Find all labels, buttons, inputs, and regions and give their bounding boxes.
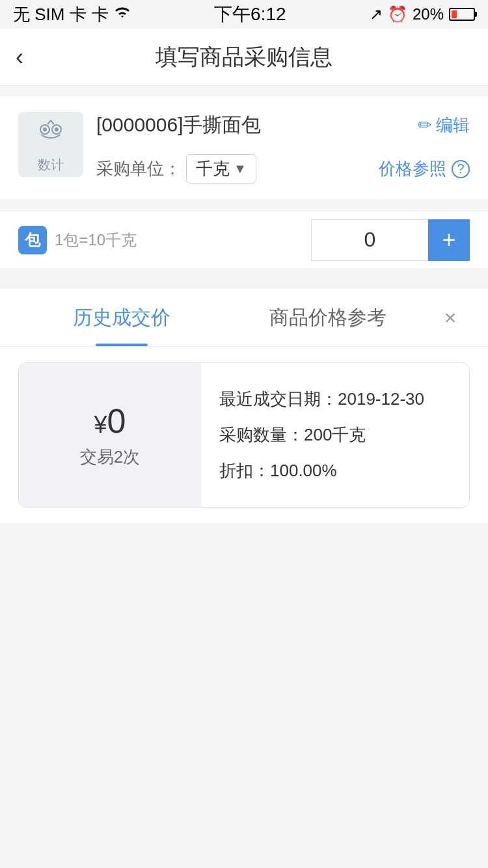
currency-symbol: ¥ <box>94 411 107 438</box>
section-separator-2 <box>0 268 488 278</box>
quantity-input[interactable] <box>311 219 428 261</box>
status-time: 下午6:12 <box>214 2 286 27</box>
price-value: 0 <box>107 402 126 440</box>
unit-badge: 包 <box>18 226 47 254</box>
tab-product-price[interactable]: 商品价格参考 <box>224 289 431 346</box>
history-price: ¥0 <box>94 401 126 441</box>
unit-value: 千克 <box>196 157 230 180</box>
tab-close-button[interactable]: × <box>431 298 470 337</box>
status-carrier: 无 SIM 卡 卡 <box>13 3 131 26</box>
status-bar: 无 SIM 卡 卡 下午6:12 ↗ ⏰ 20% <box>0 0 488 29</box>
product-image-subtext: 数计 <box>38 156 64 174</box>
history-card: ¥0 交易2次 最近成交日期：2019-12-30 采购数量：200千克 折扣：… <box>18 362 470 508</box>
detail-row-qty: 采购数量：200千克 <box>219 422 451 448</box>
trade-count: 交易2次 <box>80 446 140 468</box>
product-image: 数计 <box>18 112 83 177</box>
detail-discount-value: 100.00% <box>270 461 337 480</box>
detail-date-value: 2019-12-30 <box>338 389 424 409</box>
tab-history-label: 历史成交价 <box>73 305 170 331</box>
edit-button[interactable]: ✏ 编辑 <box>418 114 470 137</box>
tab-history-price[interactable]: 历史成交价 <box>18 289 224 346</box>
unit-desc: 1包=10千克 <box>55 230 137 251</box>
detail-row-date: 最近成交日期：2019-12-30 <box>219 387 451 412</box>
sim-icon: 卡 <box>92 3 109 26</box>
tab-active-indicator <box>96 344 148 346</box>
quantity-input-group: + <box>311 219 470 261</box>
product-image-icon <box>34 115 67 154</box>
detail-discount-label: 折扣： <box>219 461 270 480</box>
back-button[interactable]: ‹ <box>16 44 23 71</box>
quantity-unit-info: 包 1包=10千克 <box>18 226 137 254</box>
history-price-side: ¥0 交易2次 <box>19 363 201 507</box>
detail-qty-value: 200千克 <box>304 425 366 444</box>
page-title: 填写商品采购信息 <box>156 42 332 72</box>
alarm-icon: ⏰ <box>388 5 407 23</box>
quantity-section: 包 1包=10千克 + <box>0 211 488 268</box>
price-ref-label: 价格参照 <box>379 157 446 180</box>
wifi-icon <box>114 5 131 25</box>
battery-percent: 20% <box>413 5 444 23</box>
location-icon: ↗ <box>370 5 383 23</box>
history-detail-side: 最近成交日期：2019-12-30 采购数量：200千克 折扣：100.00% <box>201 363 469 507</box>
battery-icon <box>449 8 475 21</box>
detail-row-discount: 折扣：100.00% <box>219 458 451 483</box>
tab-header: 历史成交价 商品价格参考 × <box>0 289 488 347</box>
product-header: [0000006]手撕面包 ✏ 编辑 <box>96 112 470 139</box>
product-card: 数计 [0000006]手撕面包 ✏ 编辑 采购单位： 千克 ▼ 价格参照 ? <box>0 96 488 199</box>
edit-icon: ✏ <box>418 115 432 135</box>
tab-section: 历史成交价 商品价格参考 × ¥0 交易2次 最近成交日期：2019-12-30… <box>0 289 488 523</box>
unit-label: 采购单位： <box>96 157 181 180</box>
product-info: [0000006]手撕面包 ✏ 编辑 采购单位： 千克 ▼ 价格参照 ? <box>96 112 470 183</box>
product-unit-row: 采购单位： 千克 ▼ 价格参照 ? <box>96 154 470 183</box>
section-separator-1 <box>0 199 488 210</box>
history-content: ¥0 交易2次 最近成交日期：2019-12-30 采购数量：200千克 折扣：… <box>0 347 488 523</box>
price-reference-button[interactable]: 价格参照 ? <box>379 157 470 180</box>
svg-point-3 <box>55 128 59 131</box>
unit-select[interactable]: 千克 ▼ <box>186 154 256 183</box>
carrier-text: 无 SIM 卡 <box>13 3 87 26</box>
increment-button[interactable]: + <box>428 219 470 261</box>
chevron-down-icon: ▼ <box>234 161 247 176</box>
status-right-group: ↗ ⏰ 20% <box>370 5 475 23</box>
info-icon: ? <box>452 160 470 178</box>
detail-qty-label: 采购数量： <box>219 425 304 444</box>
svg-point-2 <box>43 128 47 131</box>
tab-product-label: 商品价格参考 <box>269 305 386 331</box>
product-name: [0000006]手撕面包 <box>96 112 261 139</box>
nav-bar: ‹ 填写商品采购信息 <box>0 29 488 86</box>
edit-label: 编辑 <box>436 114 470 137</box>
detail-date-label: 最近成交日期： <box>219 389 338 409</box>
